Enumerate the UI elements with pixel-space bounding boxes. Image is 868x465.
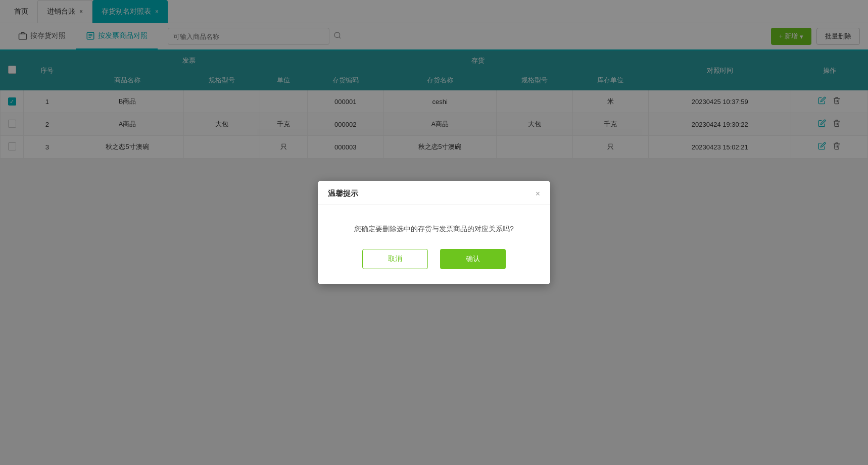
dialog-header: 温馨提示 × [318,181,550,205]
dialog-title: 温馨提示 [328,189,358,198]
confirm-button[interactable]: 确认 [440,249,506,269]
dialog-footer: 取消 确认 [318,249,550,284]
dialog-close-button[interactable]: × [536,189,540,198]
confirm-dialog: 温馨提示 × 您确定要删除选中的存货与发票商品的对应关系吗? 取消 确认 [318,181,550,284]
dialog-message: 您确定要删除选中的存货与发票商品的对应关系吗? [354,225,514,233]
dialog-body: 您确定要删除选中的存货与发票商品的对应关系吗? [318,205,550,248]
modal-overlay: 温馨提示 × 您确定要删除选中的存货与发票商品的对应关系吗? 取消 确认 [0,0,868,465]
cancel-button[interactable]: 取消 [362,249,428,269]
